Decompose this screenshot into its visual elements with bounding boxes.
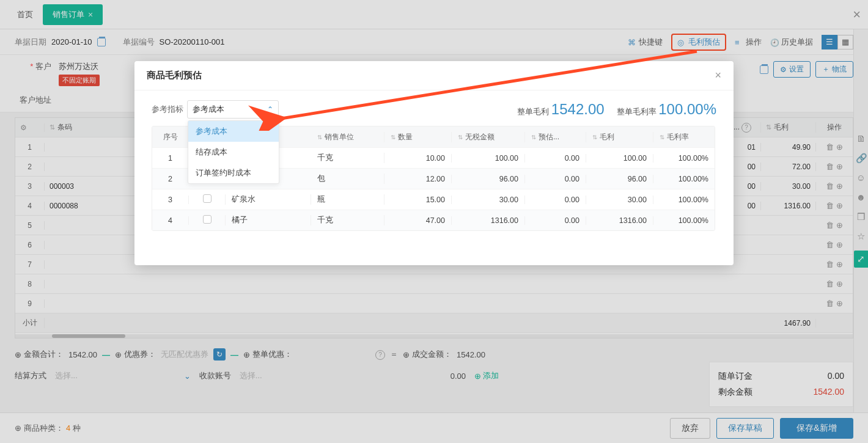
modal-backdrop[interactable]: 商品毛利预估 × 参考指标 参考成本 ⌃ 参考成本 结存成本 订单签约时成本 整… <box>0 0 868 443</box>
col-unit[interactable]: 销售单位 <box>311 132 384 142</box>
col-rate[interactable]: 毛利率 <box>653 132 715 142</box>
modal-close-icon[interactable]: × <box>715 69 721 82</box>
filter-row: 参考指标 参考成本 ⌃ 参考成本 结存成本 订单签约时成本 整单毛利 1542.… <box>152 100 716 119</box>
col-amount[interactable]: 无税金额 <box>452 132 525 142</box>
col-profit[interactable]: 毛利 <box>586 132 653 142</box>
table-row: 3矿泉水瓶15.0030.000.0030.00100.00% <box>152 189 715 210</box>
total-rate-label: 整单毛利率 <box>617 107 657 116</box>
total-rate-value: 100.00% <box>658 101 716 117</box>
profit-modal: 商品毛利预估 × 参考指标 参考成本 ⌃ 参考成本 结存成本 订单签约时成本 整… <box>134 61 734 265</box>
checkbox[interactable] <box>203 215 211 224</box>
option-balance-cost[interactable]: 结存成本 <box>188 142 279 163</box>
option-ref-cost[interactable]: 参考成本 <box>188 121 279 142</box>
filter-select[interactable]: 参考成本 ⌃ 参考成本 结存成本 订单签约时成本 <box>187 100 279 119</box>
total-profit-label: 整单毛利 <box>517 107 549 116</box>
filter-label: 参考指标 <box>152 104 183 115</box>
total-profit-value: 1542.00 <box>551 101 605 117</box>
modal-totals: 整单毛利 1542.00 整单毛利率 100.00% <box>517 101 716 118</box>
checkbox[interactable] <box>203 194 211 203</box>
filter-dropdown: 参考成本 结存成本 订单签约时成本 <box>188 120 279 184</box>
table-row: 4橘子千克47.001316.000.001316.00100.00% <box>152 210 715 230</box>
chevron-up-icon: ⌃ <box>267 105 273 114</box>
col-seq: 序号 <box>152 132 189 142</box>
col-est[interactable]: 预估... <box>525 132 586 142</box>
col-qty[interactable]: 数量 <box>384 132 452 142</box>
modal-title: 商品毛利预估 <box>147 70 202 81</box>
filter-value: 参考成本 <box>193 104 224 115</box>
option-sign-cost[interactable]: 订单签约时成本 <box>188 163 279 183</box>
modal-header: 商品毛利预估 × <box>134 61 734 90</box>
